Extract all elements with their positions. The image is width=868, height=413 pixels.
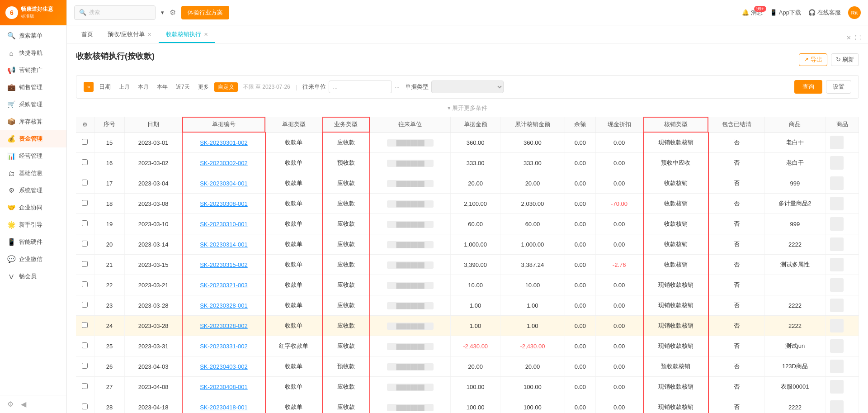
- cell-amount: 2,100.00: [451, 194, 500, 214]
- table-body: 15 2023-03-01 SK-20230301-002 收款单 应收款 ██…: [76, 133, 859, 413]
- date-custom[interactable]: 自定义: [214, 82, 238, 92]
- tab-close-icon[interactable]: ✕: [147, 32, 151, 38]
- row-checkbox[interactable]: [82, 159, 88, 165]
- tab-home[interactable]: 首页: [74, 27, 100, 43]
- tab-collection[interactable]: 收款核销执行✕: [159, 27, 215, 43]
- sidebar-item-system[interactable]: ⚙系统管理: [0, 182, 66, 199]
- bill-no-link[interactable]: SK-20230314-001: [200, 241, 248, 248]
- solution-button[interactable]: 体验行业方案: [181, 6, 229, 19]
- col-bill-no-header: 单据编号: [182, 117, 265, 133]
- maximize-icon[interactable]: ⛶: [855, 34, 861, 41]
- table-row: 18 2023-03-08 SK-20230308-001 收款单 应收款 ██…: [76, 194, 859, 214]
- cell-checkbox[interactable]: [76, 295, 94, 316]
- query-button[interactable]: 查询: [794, 80, 822, 94]
- row-checkbox[interactable]: [82, 241, 88, 247]
- bill-no-link[interactable]: SK-20230304-001: [200, 180, 248, 187]
- tab-close-icon[interactable]: ✕: [204, 32, 208, 38]
- partner-more-icon[interactable]: ···: [395, 84, 400, 90]
- sidebar-item-basics[interactable]: 🗂基础信息: [0, 165, 66, 182]
- cell-checkbox[interactable]: [76, 356, 94, 377]
- refresh-button[interactable]: ↻ 刷新: [831, 53, 859, 66]
- sidebar-item-enterprise[interactable]: 🤝企业协同: [0, 199, 66, 216]
- filter-toggle-button[interactable]: »: [84, 82, 94, 92]
- bill-no-link[interactable]: SK-20230308-001: [200, 200, 248, 207]
- sidebar-item-sales[interactable]: 💼销售管理: [0, 79, 66, 96]
- cell-checkbox[interactable]: [76, 194, 94, 214]
- row-checkbox[interactable]: [82, 261, 88, 267]
- sidebar-item-label: 销售管理: [19, 83, 42, 91]
- topbar-search[interactable]: 🔍 搜索: [74, 5, 156, 20]
- date-last-month[interactable]: 上月: [116, 82, 132, 92]
- row-checkbox[interactable]: [82, 281, 88, 287]
- cell-checkbox[interactable]: [76, 173, 94, 194]
- bill-no-link[interactable]: SK-20230331-002: [200, 343, 248, 350]
- date-this-month[interactable]: 本月: [135, 82, 151, 92]
- cell-include-cleared: 否: [708, 397, 764, 413]
- bill-no-link[interactable]: SK-20230321-003: [200, 282, 248, 289]
- sidebar-item-guide[interactable]: 🌟新手引导: [0, 216, 66, 233]
- partner-input[interactable]: [329, 81, 392, 93]
- settings-icon[interactable]: ⚙: [7, 400, 14, 408]
- sidebar-item-shortcuts[interactable]: ⌂快捷导航: [0, 44, 66, 62]
- sidebar-item-marketing[interactable]: 📢营销推广: [0, 62, 66, 79]
- cell-checkbox[interactable]: [76, 397, 94, 413]
- user-avatar[interactable]: Rit: [848, 6, 861, 19]
- row-checkbox[interactable]: [82, 383, 88, 389]
- row-checkbox[interactable]: [82, 180, 88, 185]
- row-checkbox[interactable]: [82, 342, 88, 348]
- sidebar-item-hardware[interactable]: 📱智能硬件: [0, 233, 66, 251]
- bill-no-link[interactable]: SK-20230328-001: [200, 302, 248, 309]
- topbar-dropdown[interactable]: ▾: [161, 9, 164, 16]
- bill-no-link[interactable]: SK-20230418-001: [200, 404, 248, 411]
- customer-service-button[interactable]: 🎧 在线客服: [808, 9, 841, 17]
- sidebar-item-wechat[interactable]: 💬企业微信: [0, 251, 66, 268]
- cell-checkbox[interactable]: [76, 275, 94, 295]
- bill-no-link[interactable]: SK-20230310-001: [200, 221, 248, 228]
- row-checkbox[interactable]: [82, 220, 88, 226]
- cell-checkbox[interactable]: [76, 377, 94, 397]
- topbar-gear-icon[interactable]: ⚙: [170, 8, 176, 17]
- sidebar-item-search[interactable]: 🔍搜索菜单: [0, 27, 66, 44]
- cell-verified: 2,030.00: [500, 194, 565, 214]
- cell-checkbox[interactable]: [76, 316, 94, 336]
- bill-no-link[interactable]: SK-20230315-002: [200, 261, 248, 268]
- cell-checkbox[interactable]: [76, 214, 94, 234]
- sidebar-item-member[interactable]: V畅会员: [0, 268, 66, 285]
- sidebar-item-finance[interactable]: 💰资金管理: [0, 130, 66, 147]
- row-checkbox[interactable]: [82, 139, 88, 145]
- row-checkbox[interactable]: [82, 363, 88, 369]
- bill-no-link[interactable]: SK-20230403-002: [200, 363, 248, 370]
- tab-prepay[interactable]: 预收/应收付单✕: [100, 27, 159, 43]
- notifications-button[interactable]: 🔔 消息 99+: [742, 9, 763, 17]
- sidebar-item-operations[interactable]: 📊经营管理: [0, 147, 66, 165]
- bill-type-select[interactable]: [431, 81, 504, 93]
- cell-checkbox[interactable]: [76, 153, 94, 173]
- cell-checkbox[interactable]: [76, 255, 94, 275]
- bill-no-link[interactable]: SK-20230408-001: [200, 384, 248, 390]
- app-download-button[interactable]: 📱 App下载: [770, 9, 801, 17]
- close-window-icon[interactable]: ✕: [846, 34, 851, 41]
- cell-verified: 3,387.24: [500, 255, 565, 275]
- cell-checkbox[interactable]: [76, 336, 94, 356]
- sidebar-item-inventory[interactable]: 📦库存核算: [0, 113, 66, 130]
- bill-no-link[interactable]: SK-20230302-002: [200, 160, 248, 166]
- row-checkbox[interactable]: [82, 200, 88, 206]
- row-checkbox[interactable]: [82, 404, 88, 409]
- cell-checkbox[interactable]: [76, 133, 94, 153]
- collapse-icon[interactable]: ◀: [21, 400, 26, 408]
- col-settings-header[interactable]: ⚙: [76, 117, 94, 133]
- cell-checkbox[interactable]: [76, 234, 94, 255]
- bill-no-link[interactable]: SK-20230328-002: [200, 323, 248, 329]
- cell-goods: 999: [764, 214, 826, 234]
- date-more[interactable]: 更多: [195, 82, 212, 92]
- cell-bill-no: SK-20230304-001: [182, 173, 265, 194]
- row-checkbox[interactable]: [82, 302, 88, 308]
- sidebar-item-purchase[interactable]: 🛒采购管理: [0, 96, 66, 113]
- export-button[interactable]: ↗ 导出: [799, 53, 827, 66]
- row-checkbox[interactable]: [82, 322, 88, 328]
- date-7days[interactable]: 近7天: [173, 82, 193, 92]
- setting-button[interactable]: 设置: [826, 80, 851, 94]
- bill-no-link[interactable]: SK-20230301-002: [200, 139, 248, 146]
- expand-conditions-bar[interactable]: ▾ 展开更多条件: [76, 104, 859, 112]
- date-this-year[interactable]: 本年: [154, 82, 170, 92]
